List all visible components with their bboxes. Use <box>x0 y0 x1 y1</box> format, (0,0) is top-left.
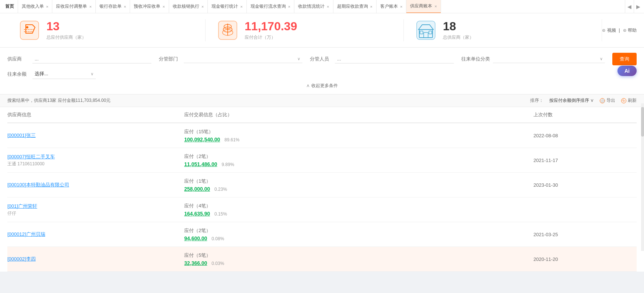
payable-count-1: 应付（15笔） <box>184 128 533 135</box>
nav-tab-collect-stat-label: 收款情况统计 <box>298 3 325 10</box>
payable-count-6: 应付（5笔） <box>184 252 533 259</box>
payable-amount-4[interactable]: 164,635.90 <box>184 211 210 217</box>
payable-amount-2[interactable]: 11,051,486.00 <box>184 161 217 167</box>
supplier-link-3[interactable]: [000100]本特勤油品有限公司 <box>7 182 184 188</box>
nav-tab-overdue-ap[interactable]: 超期应收款查询 × <box>333 0 377 13</box>
close-icon[interactable]: × <box>162 4 165 9</box>
filter-department: 分管部门 ∨ <box>159 55 303 63</box>
payable-amount-5[interactable]: 94,600.00 <box>184 235 207 241</box>
nav-tab-ap-adjust-label: 应收应付调整单 <box>56 3 87 10</box>
close-icon[interactable]: × <box>124 4 126 9</box>
sort-select[interactable]: 按应付余额倒序排序 ∨ <box>549 97 594 104</box>
table-row: [000012]广州贝瑞 应付（2笔） 94,600.00 0.08% 2021… <box>7 222 637 247</box>
total-suppliers-value: 18 <box>443 20 474 33</box>
payable-percent-3: 0.23% <box>214 187 227 192</box>
nav-prev-button[interactable]: ◀ <box>625 0 634 13</box>
ap-suppliers-value: 13 <box>46 20 86 33</box>
scrollbar[interactable] <box>641 103 644 251</box>
close-icon[interactable]: × <box>434 4 437 8</box>
payable-info-3: 应付（1笔） 258,000.00 0.23% <box>184 178 533 192</box>
chevron-down-icon: ∨ <box>590 98 594 103</box>
video-link[interactable]: ⊙ 视频 <box>602 27 616 34</box>
supplier-info-4: [001]广州荣轩 仔仔 <box>7 203 184 217</box>
close-icon[interactable]: × <box>202 4 204 9</box>
close-icon[interactable]: × <box>46 4 48 9</box>
chevron-down-icon: ∨ <box>91 72 94 76</box>
department-select[interactable]: ∨ <box>184 55 303 63</box>
supplier-info-6: [000002]李四 <box>7 256 184 262</box>
col-header-payable: 应付交易信息（占比） <box>184 111 533 118</box>
nav-tab-home-label: 首页 <box>5 3 14 10</box>
filter-person-label: 分管人员 <box>310 56 332 62</box>
nav-tab-customer-account[interactable]: 客户账本 × <box>377 0 406 13</box>
supplier-link-1[interactable]: [000001]张三 <box>7 132 184 139</box>
top-navigation: 首页 其他收入单 × 应收应付调整单 × 银行存款单 × 预收冲应收单 × 收款… <box>0 0 644 13</box>
nav-tab-home[interactable]: 首页 <box>1 0 18 13</box>
filter-supplier-label: 供应商 <box>7 56 29 62</box>
nav-tab-cash-bank-stat[interactable]: 现金银行统计 × <box>208 0 246 13</box>
supplier-link-5[interactable]: [000012]广州贝瑞 <box>7 231 184 238</box>
chevron-down-icon: ∨ <box>600 56 603 61</box>
table-row: [000007]恒旺二手叉车 王通 17106110000 应付（2笔） 11,… <box>7 148 637 173</box>
nav-tab-ap-adjust[interactable]: 应收应付调整单 × <box>52 0 95 13</box>
supplier-link-4[interactable]: [001]广州荣轩 <box>7 203 184 210</box>
collapse-button[interactable]: ∧ 收起更多条件 <box>7 83 637 89</box>
last-payment-5: 2021-03-25 <box>533 232 637 237</box>
filter-balance: 往来余额 选择... ∨ <box>7 69 96 79</box>
nav-tab-advance-collect[interactable]: 预收冲应收单 × <box>130 0 169 13</box>
ap-total-label: 应付合计（万） <box>245 34 297 41</box>
last-payment-6: 2020-11-20 <box>533 256 637 262</box>
table-row: [000002]李四 应付（5笔） 32,366.00 0.03% 2020-1… <box>7 247 637 272</box>
results-right-actions: 排序： 按应付余额倒序排序 ∨ ⬜ 导出 ↻ 刷新 <box>530 97 637 104</box>
close-icon[interactable]: × <box>327 4 329 9</box>
sort-label: 排序： <box>530 97 543 104</box>
filter-area: 供应商 分管部门 ∨ 分管人员 往来单位分类 ∨ 查询 往来余额 选择 <box>0 48 644 94</box>
help-link[interactable]: ⊙ 帮助 <box>623 27 637 34</box>
nav-arrows: ◀ ▶ <box>625 0 643 13</box>
payable-info-2: 应付（2笔） 11,051,486.00 9.89% <box>184 153 533 167</box>
supplier-input[interactable] <box>32 55 151 63</box>
nav-tab-collect-stat[interactable]: 收款情况统计 × <box>294 0 333 13</box>
supplier-info-2: [000007]恒旺二手叉车 王通 17106110000 <box>7 154 184 167</box>
close-icon[interactable]: × <box>288 4 290 9</box>
payable-info-1: 应付（15笔） 100,092,540.00 89.61% <box>184 128 533 142</box>
nav-tab-supplier-account[interactable]: 供应商账本 × <box>406 0 441 13</box>
nav-tab-collect-verify-label: 收款核销执行 <box>173 3 199 10</box>
filter-unit-type-label: 往来单位分类 <box>461 56 490 62</box>
supplier-info-1: [000001]张三 <box>7 132 184 139</box>
close-icon[interactable]: × <box>89 4 91 9</box>
nav-tab-other-income[interactable]: 其他收入单 × <box>18 0 52 13</box>
payable-amount-6[interactable]: 32,366.00 <box>184 260 207 266</box>
payable-info-4: 应付（4笔） 164,635.90 0.15% <box>184 203 533 217</box>
refresh-label: 刷新 <box>628 97 637 104</box>
unit-type-select[interactable]: ∨ <box>493 55 605 63</box>
close-icon[interactable]: × <box>240 4 242 9</box>
nav-tab-cash-bank-flow-label: 现金银行流水查询 <box>251 3 286 10</box>
balance-select[interactable]: 选择... ∨ <box>32 69 96 79</box>
main-content: 供应商信息 应付交易信息（占比） 上次付数 [000001]张三 应付（15笔）… <box>0 107 644 272</box>
scrollbar-thumb[interactable] <box>641 107 644 137</box>
export-button[interactable]: ⬜ 导出 <box>600 97 615 104</box>
nav-tab-bank-deposit-label: 银行存款单 <box>99 3 122 10</box>
nav-tab-cash-bank-flow[interactable]: 现金银行流水查询 × <box>247 0 294 13</box>
nav-tab-collect-verify[interactable]: 收款核销执行 × <box>169 0 208 13</box>
supplier-link-2[interactable]: [000007]恒旺二手叉车 <box>7 154 184 160</box>
nav-tab-overdue-ap-label: 超期应收款查询 <box>337 3 368 10</box>
nav-next-button[interactable]: ▶ <box>634 0 643 13</box>
person-input[interactable] <box>335 55 454 63</box>
ai-badge[interactable]: Ai <box>617 66 637 76</box>
close-icon[interactable]: × <box>370 4 372 9</box>
search-button[interactable]: 查询 <box>612 53 637 65</box>
payable-percent-2: 9.89% <box>222 162 234 167</box>
payable-count-4: 应付（4笔） <box>184 203 533 209</box>
close-icon[interactable]: × <box>400 4 402 9</box>
refresh-button[interactable]: ↻ 刷新 <box>621 97 637 104</box>
payable-info-6: 应付（5笔） 32,366.00 0.03% <box>184 252 533 266</box>
filter-row-2: 往来余额 选择... ∨ <box>7 69 637 79</box>
export-icon: ⬜ <box>600 98 605 103</box>
payable-amount-3[interactable]: 258,000.00 <box>184 186 210 192</box>
svg-rect-0 <box>20 21 39 39</box>
supplier-link-6[interactable]: [000002]李四 <box>7 256 184 262</box>
payable-amount-1[interactable]: 100,092,540.00 <box>184 137 220 142</box>
nav-tab-bank-deposit[interactable]: 银行存款单 × <box>96 0 130 13</box>
